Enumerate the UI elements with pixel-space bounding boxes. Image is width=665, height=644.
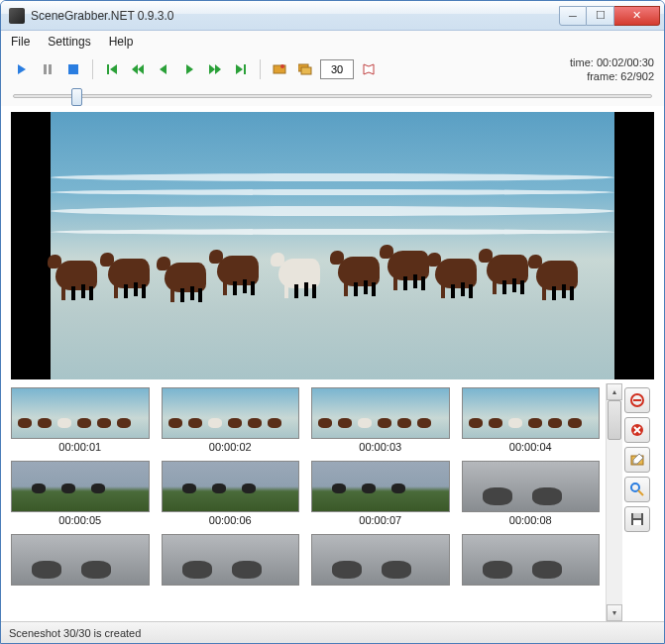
rewind-button[interactable] — [127, 58, 149, 80]
svg-point-13 — [631, 483, 639, 491]
thumbnail-image — [462, 534, 601, 586]
svg-line-14 — [638, 490, 643, 495]
thumbnail[interactable]: 00:00:04 — [462, 387, 601, 453]
thumbnail-time: 00:00:01 — [58, 441, 101, 453]
play-button[interactable] — [11, 58, 33, 80]
capture-single-button[interactable] — [269, 58, 290, 80]
thumbnail[interactable]: 00:00:02 — [162, 387, 300, 453]
svg-rect-4 — [244, 64, 246, 74]
thumbnail[interactable] — [11, 534, 150, 588]
maximize-button[interactable]: ☐ — [587, 6, 614, 26]
time-info: time: 00:02/00:30 frame: 62/902 — [570, 55, 654, 84]
thumbnail-image — [311, 534, 450, 586]
step-forward-button[interactable] — [178, 58, 200, 80]
thumbnail[interactable]: 00:00:01 — [11, 387, 150, 453]
scroll-track[interactable] — [607, 400, 622, 604]
skip-start-button[interactable] — [101, 58, 123, 80]
menu-help[interactable]: Help — [109, 35, 134, 49]
minimize-button[interactable]: ─ — [559, 6, 587, 26]
menubar: File Settings Help — [1, 31, 664, 53]
thumbnail-image — [162, 387, 300, 439]
scroll-up-button[interactable]: ▴ — [607, 383, 622, 400]
book-button[interactable] — [358, 58, 380, 80]
thumbnail-time: 00:00:05 — [58, 514, 101, 526]
scroll-down-button[interactable]: ▾ — [607, 604, 622, 621]
video-preview — [11, 112, 654, 379]
statusbar: Sceneshot 30/30 is created — [1, 621, 664, 643]
menu-settings[interactable]: Settings — [48, 35, 90, 49]
thumbnail-time: 00:00:04 — [509, 441, 552, 453]
thumbnail-image — [311, 461, 450, 512]
window-title: SceneGrabber.NET 0.9.3.0 — [31, 9, 559, 23]
frame-count-input[interactable] — [320, 59, 354, 79]
thumbnail-image — [11, 387, 150, 439]
svg-rect-8 — [301, 67, 311, 74]
pause-button[interactable] — [37, 58, 58, 80]
step-back-button[interactable] — [153, 58, 174, 80]
thumbnail-time: 00:00:07 — [359, 514, 401, 526]
svg-rect-17 — [633, 520, 641, 525]
edit-button[interactable] — [624, 447, 650, 473]
thumbnail-image — [162, 461, 300, 512]
thumbnail-time: 00:00:03 — [359, 441, 401, 453]
thumbnail-image — [462, 461, 601, 512]
time-label: time: 00:02/00:30 — [570, 55, 654, 69]
close-button[interactable]: ✕ — [614, 6, 660, 26]
thumbnails-panel: 00:00:0100:00:0200:00:0300:00:0400:00:05… — [11, 383, 658, 621]
svg-point-6 — [280, 64, 284, 68]
thumbnail-image — [11, 534, 150, 586]
thumbnail-time: 00:00:06 — [209, 514, 252, 526]
seek-thumb[interactable] — [71, 88, 82, 106]
stop-button[interactable] — [62, 58, 84, 80]
delete-button[interactable] — [624, 387, 650, 413]
thumbnail-image — [11, 461, 150, 512]
skip-end-button[interactable] — [230, 58, 252, 80]
fast-forward-button[interactable] — [204, 58, 226, 80]
svg-rect-1 — [49, 64, 52, 74]
separator — [92, 59, 93, 79]
svg-rect-16 — [633, 513, 641, 518]
remove-button[interactable] — [624, 417, 650, 443]
capture-multi-button[interactable] — [294, 58, 316, 80]
side-tools — [622, 383, 652, 621]
app-icon — [9, 8, 25, 24]
thumbnail[interactable]: 00:00:05 — [11, 461, 150, 526]
save-button[interactable] — [624, 506, 650, 532]
thumbnail-image — [462, 387, 601, 439]
seek-slider[interactable] — [13, 94, 652, 98]
menu-file[interactable]: File — [11, 35, 30, 49]
status-text: Sceneshot 30/30 is created — [9, 627, 141, 639]
thumbnail[interactable] — [311, 534, 450, 588]
thumbnail[interactable] — [162, 534, 300, 588]
toolbar: time: 00:02/00:30 frame: 62/902 — [1, 53, 664, 86]
thumbnail-time: 00:00:08 — [509, 514, 552, 526]
svg-rect-2 — [68, 64, 78, 74]
titlebar: SceneGrabber.NET 0.9.3.0 ─ ☐ ✕ — [1, 1, 664, 31]
thumbnail[interactable]: 00:00:06 — [162, 461, 300, 526]
thumbnail[interactable] — [462, 534, 601, 588]
thumbnail-image — [311, 387, 450, 439]
thumbnail[interactable]: 00:00:03 — [311, 387, 450, 453]
thumbnails-scroll: 00:00:0100:00:0200:00:0300:00:0400:00:05… — [11, 383, 606, 621]
thumbnails-scrollbar[interactable]: ▴ ▾ — [606, 383, 622, 621]
video-frame — [51, 112, 614, 379]
thumbnail[interactable]: 00:00:08 — [462, 461, 601, 526]
frame-label: frame: 62/902 — [570, 69, 654, 83]
zoom-button[interactable] — [624, 477, 650, 502]
svg-rect-0 — [44, 64, 47, 74]
thumbnail-image — [162, 534, 300, 586]
separator — [260, 59, 261, 79]
thumbnail[interactable]: 00:00:07 — [311, 461, 450, 526]
thumbnail-time: 00:00:02 — [209, 441, 252, 453]
svg-rect-3 — [107, 64, 109, 74]
scroll-thumb[interactable] — [608, 400, 621, 440]
seek-slider-row — [1, 86, 664, 106]
